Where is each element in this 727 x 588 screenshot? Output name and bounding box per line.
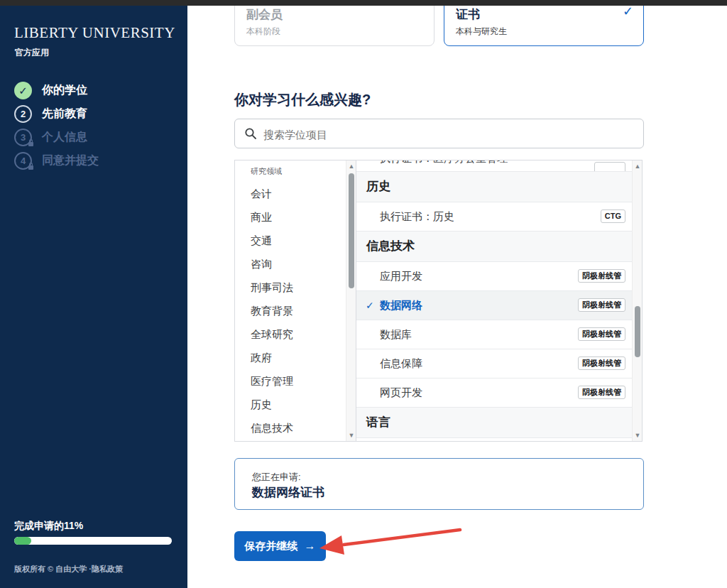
scroll-up-icon[interactable]: ▲ xyxy=(346,161,356,171)
program-label: 执行证书：医疗办公室管理 xyxy=(380,160,508,165)
step-label: 同意并提交 xyxy=(42,153,99,168)
degree-card-certificate[interactable]: 证书 本科与研究生 ✓ xyxy=(444,0,644,46)
application-steps: ✓ 你的学位 2 先前教育 3 个人信息 4 同意并提交 xyxy=(14,79,99,173)
category-item[interactable]: 商业 xyxy=(235,205,341,229)
applying-program-value: 数据网络证书 xyxy=(252,484,324,501)
search-icon xyxy=(244,127,257,140)
program-badge: 阴极射线管 xyxy=(578,269,625,283)
search-input[interactable] xyxy=(262,120,634,148)
scrollbar-thumb[interactable] xyxy=(349,173,354,288)
category-item[interactable]: 信息技术 xyxy=(235,416,341,440)
category-item[interactable]: 刑事司法 xyxy=(235,276,341,299)
category-item[interactable]: 政府 xyxy=(235,346,341,369)
clipped-program-row[interactable]: 执行证书：医疗办公室管理 xyxy=(356,160,633,172)
program-badge: 阴极射线管 xyxy=(578,327,625,341)
official-app-label: 官方应用 xyxy=(15,47,49,59)
category-item[interactable]: 教育背景 xyxy=(235,299,341,322)
privacy-policy-link[interactable]: 隐私政策 xyxy=(92,565,123,573)
category-item[interactable]: 交通 xyxy=(235,229,341,252)
program-row[interactable]: 应用开发 阴极射线管 xyxy=(356,262,633,291)
programs-scrollbar[interactable]: ▲ ▼ xyxy=(632,160,642,441)
programs-panel: 执行证书：医疗办公室管理 历史 执行证书：历史 CTG 信息技术 应用开发 阴极… xyxy=(356,160,643,442)
browser-top-strip xyxy=(0,0,727,6)
program-badge: CTG xyxy=(601,209,625,223)
step-your-degree[interactable]: ✓ 你的学位 xyxy=(14,79,99,102)
program-row[interactable]: ✓ 数据网络 阴极射线管 xyxy=(356,291,633,320)
scroll-down-icon[interactable]: ▼ xyxy=(633,430,643,440)
program-badge: 阴极射线管 xyxy=(578,386,625,399)
sidebar: LIBERTY UNIVERSITY 官方应用 ✓ 你的学位 2 先前教育 3 … xyxy=(0,6,187,588)
step-number-circle: 4 xyxy=(14,152,32,170)
scroll-up-icon[interactable]: ▲ xyxy=(633,161,643,171)
program-label: 执行证书：历史 xyxy=(380,202,454,231)
annotation-arrow xyxy=(312,521,469,562)
applying-summary-box: 您正在申请: 数据网络证书 xyxy=(234,458,644,510)
arrow-right-icon: → xyxy=(305,540,316,552)
step-previous-education[interactable]: 2 先前教育 xyxy=(14,102,99,126)
step-number-circle: 2 xyxy=(14,105,32,123)
category-list: 会计商业交通咨询刑事司法教育背景全球研究政府医疗管理历史信息技术 xyxy=(235,182,341,440)
card-title: 副会员 xyxy=(246,6,283,23)
program-row[interactable]: 数据库 阴极射线管 xyxy=(356,320,633,349)
sidebar-footer: 版权所有 © 自由大学 ·隐私政策 xyxy=(14,564,123,575)
program-badge: 阴极射线管 xyxy=(578,298,625,312)
selected-check-icon: ✓ xyxy=(366,291,374,320)
program-label: 应用开发 xyxy=(380,262,422,290)
program-label: 数据库 xyxy=(380,320,412,349)
applying-label: 您正在申请: xyxy=(252,471,301,484)
step-agree-submit: 4 同意并提交 xyxy=(14,149,99,173)
card-subtitle: 本科与研究生 xyxy=(456,26,507,38)
category-item[interactable]: 全球研究 xyxy=(235,322,341,346)
step-number-circle: 3 xyxy=(14,129,32,146)
category-scrollbar[interactable]: ▲ ▼ xyxy=(346,160,356,441)
lock-icon xyxy=(28,165,33,170)
category-panel-label: 研究领域 xyxy=(251,166,282,177)
step-label: 个人信息 xyxy=(42,130,87,145)
save-continue-button[interactable]: 保存并继续 → xyxy=(234,531,326,561)
copyright-text: 版权所有 © 自由大学 · xyxy=(14,565,92,573)
program-section-header: 历史 xyxy=(356,172,633,202)
card-title: 证书 xyxy=(456,6,480,23)
program-label: 网页开发 xyxy=(380,379,422,407)
program-badge: 阴极射线管 xyxy=(578,356,625,370)
program-row[interactable]: 网页开发 阴极射线管 xyxy=(356,379,633,408)
progress-bar xyxy=(14,537,172,545)
step-label: 你的学位 xyxy=(42,83,87,98)
category-item[interactable]: 咨询 xyxy=(235,252,341,276)
degree-card-associate[interactable]: 副会员 本科阶段 xyxy=(234,0,434,46)
category-item[interactable]: 会计 xyxy=(235,182,341,205)
step-label: 先前教育 xyxy=(42,107,87,121)
category-item[interactable]: 历史 xyxy=(235,393,341,416)
category-panel: 研究领域 会计商业交通咨询刑事司法教育背景全球研究政府医疗管理历史信息技术 ▲ … xyxy=(234,160,356,442)
programs-list: 执行证书：医疗办公室管理 历史 执行证书：历史 CTG 信息技术 应用开发 阴极… xyxy=(356,160,633,438)
program-section-header: 信息技术 xyxy=(356,232,633,262)
program-row[interactable]: 执行证书：历史 CTG xyxy=(356,202,633,232)
program-badge xyxy=(594,162,625,172)
program-label: 信息保障 xyxy=(380,349,422,378)
university-wordmark: LIBERTY UNIVERSITY xyxy=(14,24,175,42)
save-button-label: 保存并继续 xyxy=(245,540,298,553)
program-section-header: 语言 xyxy=(356,408,633,438)
step-complete-check-icon: ✓ xyxy=(14,82,32,99)
category-item[interactable]: 医疗管理 xyxy=(235,369,341,393)
scrollbar-thumb[interactable] xyxy=(635,306,640,357)
program-search-box xyxy=(234,119,644,148)
scroll-down-icon[interactable]: ▼ xyxy=(346,430,356,440)
progress-label: 完成申请的11% xyxy=(14,520,83,533)
step-personal-info: 3 个人信息 xyxy=(14,126,99,149)
progress-fill xyxy=(14,537,31,545)
lock-icon xyxy=(28,142,33,146)
card-subtitle: 本科阶段 xyxy=(246,26,280,38)
program-row[interactable]: 信息保障 阴极射线管 xyxy=(356,349,633,379)
interest-heading: 你对学习什么感兴趣? xyxy=(234,90,371,109)
selected-check-icon: ✓ xyxy=(623,4,633,19)
program-label: 数据网络 xyxy=(380,291,422,320)
